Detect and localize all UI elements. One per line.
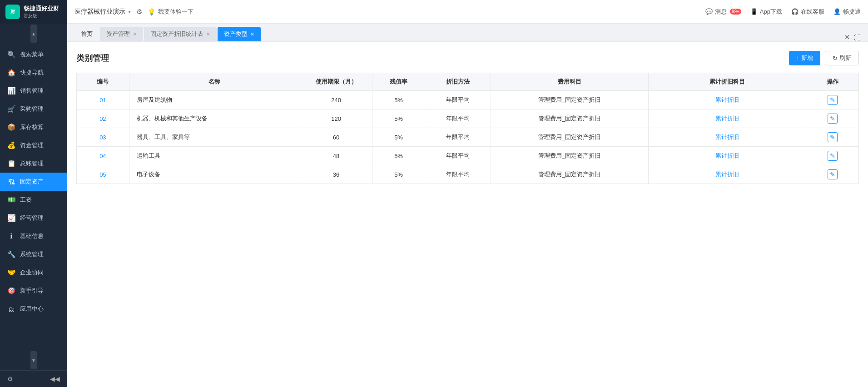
sidebar-item-label: 基础信息 <box>20 232 44 240</box>
cell-period: 36 <box>300 165 372 184</box>
cell-action: ✎ <box>806 128 859 147</box>
table-row: 03 器具、工具、家具等 60 5% 年限平均 管理费用_固定资产折旧 累计折旧… <box>77 128 859 147</box>
cell-accumulated: 累计折旧 <box>648 147 806 165</box>
cell-name: 器具、工具、家具等 <box>129 128 300 147</box>
tab-asset-type[interactable]: 资产类型 ✕ <box>218 27 261 41</box>
edit-button[interactable]: ✎ <box>828 169 838 179</box>
tab-close-icon[interactable]: ✕ <box>206 31 210 37</box>
cell-code: 04 <box>77 147 129 165</box>
tab-close-icon[interactable]: ✕ <box>133 31 137 37</box>
sidebar-item-ledger[interactable]: 📋 总账管理 <box>0 154 67 173</box>
logo-text: 畅捷通好业财 普及版 <box>24 5 59 19</box>
sidebar-item-label: 应用中心 <box>20 305 44 313</box>
close-window-button[interactable]: ✕ <box>844 33 850 41</box>
collapse-icon[interactable]: ◀◀ <box>50 375 60 382</box>
tab-asset-management-label: 资产管理 <box>106 30 130 38</box>
cell-code: 02 <box>77 109 129 128</box>
sidebar-item-basic[interactable]: ℹ 基础信息 <box>0 227 67 245</box>
sidebar-item-guide[interactable]: 🎯 新手引导 <box>0 282 67 300</box>
cell-period: 60 <box>300 128 372 147</box>
app-download-button[interactable]: 📱 App下载 <box>750 8 782 16</box>
ops-icon: 📈 <box>7 214 15 222</box>
payroll-icon: 💵 <box>7 196 15 204</box>
table-row: 02 机器、机械和其他生产设备 120 5% 年限平均 管理费用_固定资产折旧 … <box>77 109 859 128</box>
sidebar-item-ops[interactable]: 📈 经营管理 <box>0 209 67 227</box>
cell-name: 机器、机械和其他生产设备 <box>129 109 300 128</box>
table-row: 01 房屋及建筑物 240 5% 年限平均 管理费用_固定资产折旧 累计折旧 ✎ <box>77 91 859 109</box>
sidebar-item-system[interactable]: 🔧 系统管理 <box>0 245 67 263</box>
refresh-button[interactable]: ↻ 刷新 <box>825 51 859 65</box>
cell-residual: 5% <box>372 91 425 109</box>
cell-method: 年限平均 <box>425 147 491 165</box>
col-code: 编号 <box>77 73 129 91</box>
topbar-gear-icon[interactable]: ⚙ <box>136 8 142 16</box>
sidebar-item-quicknav[interactable]: 🏠 快捷导航 <box>0 64 67 82</box>
search-icon: 🔍 <box>7 50 15 59</box>
sidebar-item-collab[interactable]: 🤝 企业协同 <box>0 263 67 282</box>
maximize-window-button[interactable]: ⛶ <box>854 34 861 41</box>
sidebar-item-label: 销售管理 <box>20 87 44 95</box>
sidebar-item-apps[interactable]: 🗂 应用中心 <box>0 300 67 318</box>
cell-residual: 5% <box>372 109 425 128</box>
page-title: 类别管理 <box>76 53 109 64</box>
sidebar-item-label: 采购管理 <box>20 105 44 113</box>
col-name: 名称 <box>129 73 300 91</box>
page-header: 类别管理 + 新增 ↻ 刷新 <box>76 51 859 65</box>
col-period: 使用期限（月） <box>300 73 372 91</box>
message-button[interactable]: 💬 消息 99+ <box>705 8 741 16</box>
sidebar-item-payroll[interactable]: 💵 工资 <box>0 191 67 209</box>
col-action: 操作 <box>806 73 859 91</box>
cell-period: 120 <box>300 109 372 128</box>
cell-name: 房屋及建筑物 <box>129 91 300 109</box>
edit-button[interactable]: ✎ <box>828 132 838 142</box>
basic-icon: ℹ <box>7 232 15 240</box>
sidebar-item-label: 工资 <box>20 196 32 204</box>
sidebar-item-label: 资金管理 <box>20 141 44 149</box>
cell-method: 年限平均 <box>425 109 491 128</box>
cell-accumulated: 累计折旧 <box>648 128 806 147</box>
company-title[interactable]: 医疗器械行业演示 ▾ <box>74 8 131 16</box>
ledger-icon: 📋 <box>7 159 15 168</box>
edit-button[interactable]: ✎ <box>828 95 838 105</box>
tab-depreciation-report[interactable]: 固定资产折旧统计表 ✕ <box>144 27 217 41</box>
sidebar-item-sales[interactable]: 📊 销售管理 <box>0 82 67 100</box>
sidebar-item-inventory[interactable]: 📦 库存核算 <box>0 118 67 136</box>
cell-residual: 5% <box>372 165 425 184</box>
customer-service-button[interactable]: 🎧 在线客服 <box>791 8 824 16</box>
sidebar-item-purchase[interactable]: 🛒 采购管理 <box>0 100 67 118</box>
sidebar-item-search[interactable]: 🔍 搜索菜单 <box>0 45 67 64</box>
cell-accumulated: 累计折旧 <box>648 165 806 184</box>
edit-button[interactable]: ✎ <box>828 151 838 161</box>
sidebar-item-fixed[interactable]: 🏗 固定资产 <box>0 173 67 191</box>
sidebar-scroll-up[interactable]: ▲ <box>30 25 37 43</box>
sidebar-item-label: 总账管理 <box>20 159 44 168</box>
cell-action: ✎ <box>806 91 859 109</box>
tab-asset-management[interactable]: 资产管理 ✕ <box>100 27 143 41</box>
sidebar-item-finance[interactable]: 💰 资金管理 <box>0 136 67 154</box>
topbar: 医疗器械行业演示 ▾ ⚙ 💡 我要体验一下 💬 消息 99+ 📱 App下载 🎧… <box>67 0 868 24</box>
user-menu[interactable]: 👤 畅捷通 <box>833 8 861 16</box>
cell-action: ✎ <box>806 165 859 184</box>
demo-button[interactable]: 💡 我要体验一下 <box>148 8 193 16</box>
sidebar-scroll-down[interactable]: ▼ <box>30 351 37 369</box>
settings-icon[interactable]: ⚙ <box>7 375 13 382</box>
refresh-icon: ↻ <box>833 55 838 62</box>
tab-close-icon[interactable]: ✕ <box>250 31 254 37</box>
cell-name: 电子设备 <box>129 165 300 184</box>
sidebar-item-label: 系统管理 <box>20 250 44 258</box>
sidebar-item-label: 企业协同 <box>20 268 44 277</box>
demo-label: 我要体验一下 <box>158 8 193 16</box>
edit-button[interactable]: ✎ <box>828 114 838 124</box>
main-area: 医疗器械行业演示 ▾ ⚙ 💡 我要体验一下 💬 消息 99+ 📱 App下载 🎧… <box>67 0 868 387</box>
cell-action: ✎ <box>806 147 859 165</box>
cell-expense: 管理费用_固定资产折旧 <box>491 147 648 165</box>
guide-icon: 🎯 <box>7 287 15 295</box>
customer-service-label: 在线客服 <box>801 8 824 16</box>
tab-home[interactable]: 首页 <box>74 27 99 41</box>
new-button[interactable]: + 新增 <box>789 51 820 65</box>
inventory-icon: 📦 <box>7 123 15 131</box>
table-header-row: 编号 名称 使用期限（月） 残值率 折旧方法 费用科目 累计折旧科目 操作 <box>77 73 859 91</box>
logo-icon: 财 <box>5 5 20 19</box>
sidebar-item-label: 库存核算 <box>20 123 44 131</box>
sidebar-item-label: 固定资产 <box>20 178 44 186</box>
